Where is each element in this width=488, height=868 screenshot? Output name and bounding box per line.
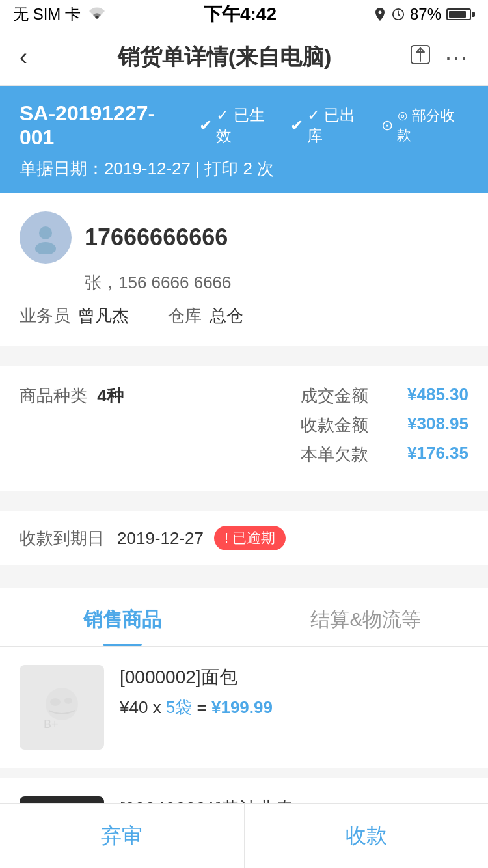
confirm-label: 收款 [346,822,387,850]
amount-value: ¥485.30 [407,385,468,407]
cancel-label: 弃审 [101,822,142,850]
qty-bread: 5袋 [166,698,192,717]
order-sub-info: 单据日期：2019-12-27 | 打印 2 次 [20,157,468,180]
total-bread: ¥199.99 [211,698,273,717]
tab-sales-label: 销售商品 [83,608,161,630]
overdue-icon: ! [224,530,228,547]
product-name-bread: [0000002]面包 [120,665,468,690]
status-left: 无 SIM 卡 [13,4,107,25]
category-count: 4种 [97,386,123,405]
customer-header-row: 17666666666 [20,211,468,264]
product-tabs: 销售商品 结算&物流等 [0,588,488,647]
warehouse-name: 总仓 [210,305,243,327]
nav-bar: ‹ 销货单详情(来自电脑) ··· [0,29,488,86]
customer-meta: 业务员 曾凡杰 仓库 总仓 [20,305,468,327]
status-badge-active: ✔ ✓ 已生效 [199,105,280,146]
more-button[interactable]: ··· [445,44,468,71]
svg-point-6 [64,698,72,704]
owed-value: ¥176.35 [407,443,468,466]
staff-name: 曾凡杰 [78,305,129,327]
product-item: B+ [0000002]面包 ¥40 x 5袋 = ¥199.99 [0,647,488,768]
check-icon-2: ✔ [290,116,303,135]
bottom-bar: 弃审 收款 [0,803,488,868]
back-button[interactable]: ‹ [20,44,40,71]
tab-settlement[interactable]: 结算&物流等 [244,588,488,646]
owed-row: 本单欠款 ¥176.35 [301,443,468,466]
battery-label: 87% [410,5,441,23]
received-row: 收款金额 ¥308.95 [301,414,468,437]
page-title: 销货单详情(来自电脑) [40,42,409,72]
share-button[interactable] [409,43,432,71]
status-bar: 无 SIM 卡 下午4:42 87% [0,0,488,29]
product-image-bread: B+ [20,665,104,750]
price-base-bread: ¥40 [120,698,148,717]
category-label: 商品种类 [20,386,87,405]
status-badge-partial: ⊙ ⊙ 部分收款 [381,106,468,145]
warehouse-info: 仓库 总仓 [168,305,243,327]
separator-1 [0,356,488,366]
svg-point-2 [39,226,52,239]
due-date-label: 收款到期日 [20,527,104,550]
due-date-card: 收款到期日 2019-12-27 ! 已逾期 [0,511,488,565]
customer-contact: 张，156 6666 6666 [20,271,468,294]
location-icon [373,7,386,21]
separator-2 [0,501,488,511]
svg-point-5 [50,698,61,706]
svg-point-3 [35,242,56,254]
nav-actions: ··· [409,43,468,71]
svg-text:B+: B+ [44,718,59,731]
battery-indicator [446,8,475,20]
banner-top-row: SA-20191227-001 ✔ ✓ 已生效 ✔ ✓ 已出库 ⊙ ⊙ 部分收款 [20,102,468,150]
customer-avatar [20,211,72,264]
collect-payment-button[interactable]: 收款 [245,804,489,868]
staff-label: 业务员 [20,305,70,327]
separator-3 [0,578,488,588]
product-info-bread: [0000002]面包 ¥40 x 5袋 = ¥199.99 [120,665,468,719]
amount-label: 成交金额 [301,385,368,407]
category-info: 商品种类 4种 [20,385,124,407]
product-price-bread: ¥40 x 5袋 = ¥199.99 [120,696,468,719]
customer-card: 17666666666 张，156 6666 6666 业务员 曾凡杰 仓库 总… [0,193,488,346]
svg-point-4 [46,688,78,720]
received-label: 收款金额 [301,414,368,437]
wifi-icon [87,7,107,21]
status-badge-shipped: ✔ ✓ 已出库 [290,105,371,146]
clock-icon [392,7,405,21]
status-time: 下午4:42 [204,2,277,27]
partial-icon: ⊙ [381,117,393,134]
customer-phone: 17666666666 [85,224,228,251]
due-date-value: 2019-12-27 [117,528,204,549]
carrier-label: 无 SIM 卡 [13,4,81,25]
tab-sales-products[interactable]: 销售商品 [0,588,244,646]
summary-card: 商品种类 4种 成交金额 ¥485.30 收款金额 ¥308.95 本单欠款 ¥… [0,366,488,491]
order-id: SA-20191227-001 [20,102,189,150]
warehouse-label: 仓库 [168,305,202,327]
status-right: 87% [373,5,475,23]
order-header-banner: SA-20191227-001 ✔ ✓ 已生效 ✔ ✓ 已出库 ⊙ ⊙ 部分收款… [0,86,488,193]
staff-info: 业务员 曾凡杰 [20,305,129,327]
tab-settlement-label: 结算&物流等 [310,608,421,630]
owed-label: 本单欠款 [301,443,368,466]
overdue-text: 已逾期 [232,528,275,548]
overdue-badge: ! 已逾期 [214,526,286,550]
amount-row: 成交金额 ¥485.30 [301,385,468,407]
amount-info: 成交金额 ¥485.30 收款金额 ¥308.95 本单欠款 ¥176.35 [301,385,468,472]
check-icon-1: ✔ [199,116,212,135]
cancel-review-button[interactable]: 弃审 [0,804,245,868]
received-value: ¥308.95 [407,414,468,437]
